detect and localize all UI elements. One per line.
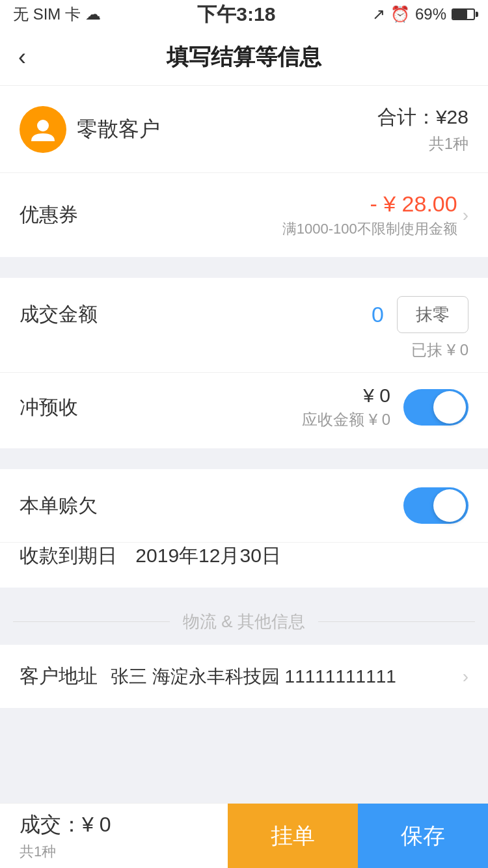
precollect-amount: ¥ 0 <box>302 385 390 407</box>
customer-left: 零散客户 <box>20 106 160 153</box>
status-bar: 无 SIM 卡 ☁ 下午3:18 ↗ ⏰ 69% <box>0 0 488 29</box>
battery-level: 69% <box>415 5 446 23</box>
logistics-divider: 物流 & 其他信息 <box>0 598 488 645</box>
pending-button[interactable]: 挂单 <box>228 804 358 868</box>
coupon-chevron-icon: › <box>463 205 468 226</box>
debt-row: 本单赊欠 <box>0 469 488 542</box>
page-title: 填写结算等信息 <box>167 42 321 72</box>
bottom-deal-row: 成交：¥ 0 <box>20 811 208 839</box>
precollect-label: 冲预收 <box>20 394 78 421</box>
due-date-value: 2019年12月30日 <box>135 545 280 566</box>
address-row[interactable]: 客户地址 张三 海淀永丰科技园 11111111111 › <box>0 645 488 708</box>
divider-2 <box>0 459 488 469</box>
alarm-icon: ⏰ <box>390 5 410 23</box>
total-count: 共1种 <box>377 133 468 154</box>
address-value: 张三 海淀永丰科技园 11111111111 <box>111 664 463 689</box>
debt-toggle[interactable] <box>403 487 468 524</box>
logistics-line-right <box>318 621 475 622</box>
bottom-info: 成交：¥ 0 共1种 <box>0 804 228 868</box>
deal-amount-row: 成交金额 0 抹零 <box>0 278 488 340</box>
deal-section: 成交金额 0 抹零 已抹 ¥ 0 冲预收 ¥ 0 应收金额 ¥ 0 <box>0 278 488 448</box>
debt-toggle-knob <box>433 489 466 522</box>
back-button[interactable]: ‹ <box>18 44 26 71</box>
deal-amount-label: 成交金额 <box>20 301 98 328</box>
logistics-label: 物流 & 其他信息 <box>183 610 305 633</box>
coupon-row[interactable]: 优惠券 - ¥ 28.00 满1000-100不限制使用金额 › <box>0 172 488 257</box>
toggle-knob <box>433 391 466 424</box>
precollect-sub: 应收金额 ¥ 0 <box>302 409 390 430</box>
logistics-line-left <box>13 621 170 622</box>
sim-status: 无 SIM 卡 ☁ <box>13 4 101 25</box>
due-date-row: 收款到期日 2019年12月30日 <box>0 542 488 588</box>
status-left: 无 SIM 卡 ☁ <box>13 4 101 25</box>
total-amount: 合计：¥28 <box>377 104 468 131</box>
location-icon: ↗ <box>372 5 385 23</box>
battery-icon <box>452 8 475 20</box>
save-button[interactable]: 保存 <box>358 804 488 868</box>
coupon-desc: 满1000-100不限制使用金额 <box>282 219 457 239</box>
deal-sub-text: 已抹 ¥ 0 <box>0 340 488 372</box>
address-label: 客户地址 <box>20 663 98 690</box>
coupon-info: - ¥ 28.00 满1000-100不限制使用金额 <box>282 191 457 239</box>
bottom-deal-label: 成交： <box>20 813 82 836</box>
bottom-deal-amount: ¥ 0 <box>82 813 111 836</box>
avatar <box>20 106 66 153</box>
due-date-label: 收款到期日 <box>20 545 117 566</box>
coupon-amount: - ¥ 28.00 <box>282 191 457 217</box>
status-right: ↗ ⏰ 69% <box>372 5 475 23</box>
customer-row: 零散客户 合计：¥28 共1种 <box>0 86 488 172</box>
precollect-toggle[interactable] <box>403 389 468 426</box>
deal-right: 0 抹零 <box>358 296 468 333</box>
nav-bar: ‹ 填写结算等信息 <box>0 29 488 86</box>
pending-button-label: 挂单 <box>271 821 315 851</box>
deal-amount-value: 0 <box>358 302 384 327</box>
round-zero-button[interactable]: 抹零 <box>397 296 468 333</box>
address-chevron-icon: › <box>463 666 468 687</box>
save-button-label: 保存 <box>401 821 445 851</box>
bottom-count: 共1种 <box>20 842 208 861</box>
coupon-label: 优惠券 <box>20 202 78 228</box>
bottom-bar: 成交：¥ 0 共1种 挂单 保存 <box>0 803 488 868</box>
divider-1 <box>0 267 488 278</box>
precollect-right: ¥ 0 应收金额 ¥ 0 <box>302 385 468 430</box>
debt-section: 本单赊欠 收款到期日 2019年12月30日 <box>0 469 488 588</box>
coupon-right: - ¥ 28.00 满1000-100不限制使用金额 › <box>282 191 468 239</box>
customer-section: 零散客户 合计：¥28 共1种 优惠券 - ¥ 28.00 满1000-100不… <box>0 86 488 257</box>
address-section: 客户地址 张三 海淀永丰科技园 11111111111 › <box>0 645 488 708</box>
precollect-info: ¥ 0 应收金额 ¥ 0 <box>302 385 390 430</box>
status-time: 下午3:18 <box>197 1 275 28</box>
svg-point-0 <box>37 120 49 131</box>
debt-label: 本单赊欠 <box>20 493 98 519</box>
precollect-row: 冲预收 ¥ 0 应收金额 ¥ 0 <box>0 372 488 448</box>
customer-right: 合计：¥28 共1种 <box>377 104 468 154</box>
customer-name: 零散客户 <box>77 115 160 144</box>
